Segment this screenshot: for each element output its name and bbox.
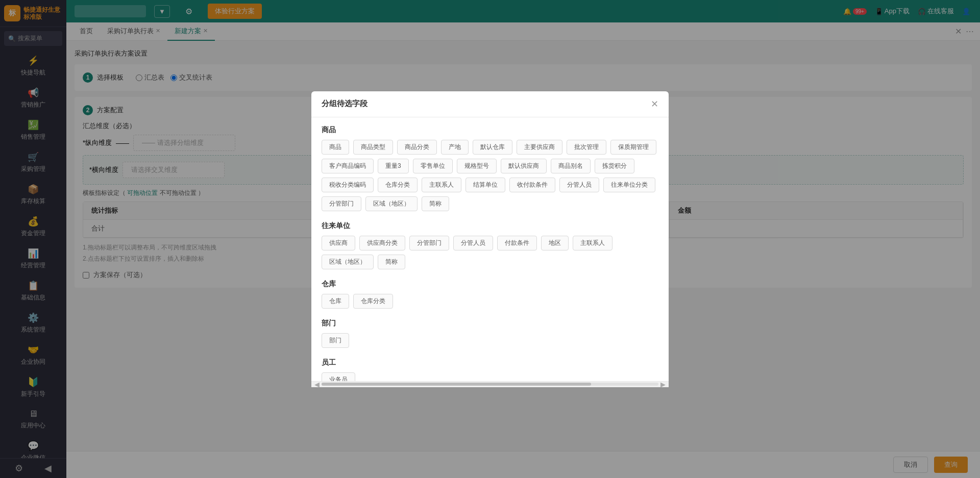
- field-tag[interactable]: 付款条件: [497, 236, 537, 250]
- scroll-right-btn[interactable]: ▶: [658, 381, 668, 388]
- field-tag[interactable]: 分管部门: [409, 236, 449, 250]
- modal-overlay: 分组待选字段 ✕ 商品 商品 商品类型 商品分类 产地 默认仓库 主要供应商 批…: [0, 0, 980, 478]
- field-tag[interactable]: 仓库分类: [378, 178, 418, 192]
- field-group-goods-title: 商品: [322, 125, 658, 135]
- field-tags-employee: 业务员: [322, 372, 658, 381]
- field-tag[interactable]: 默认供应商: [501, 159, 547, 173]
- field-tag[interactable]: 收付款条件: [509, 178, 555, 192]
- field-group-goods: 商品 商品 商品类型 商品分类 产地 默认仓库 主要供应商 批次管理 保质期管理…: [322, 125, 658, 211]
- field-tag[interactable]: 分管部门: [322, 196, 361, 211]
- field-tag[interactable]: 规格型号: [457, 159, 497, 173]
- field-tag[interactable]: 客户商品编码: [322, 159, 374, 173]
- field-tag[interactable]: 简称: [378, 255, 405, 269]
- field-tag[interactable]: 往来单位分类: [603, 178, 655, 192]
- field-tag[interactable]: 部门: [322, 333, 349, 348]
- field-tag[interactable]: 分管人员: [559, 178, 599, 192]
- field-tag[interactable]: 供应商分类: [359, 236, 405, 250]
- modal-body: 商品 商品 商品类型 商品分类 产地 默认仓库 主要供应商 批次管理 保质期管理…: [311, 117, 669, 381]
- field-tag[interactable]: 商品: [322, 140, 349, 155]
- field-tag[interactable]: 批次管理: [567, 140, 606, 155]
- field-group-warehouse-title: 仓库: [322, 280, 658, 289]
- field-group-employee: 员工 业务员: [322, 358, 658, 381]
- field-select-modal: 分组待选字段 ✕ 商品 商品 商品类型 商品分类 产地 默认仓库 主要供应商 批…: [311, 91, 669, 387]
- modal-header: 分组待选字段 ✕: [311, 91, 669, 117]
- scrollbar-thumb: [322, 383, 591, 386]
- field-tags-department: 部门: [322, 333, 658, 348]
- field-group-warehouse: 仓库 仓库 仓库分类: [322, 280, 658, 309]
- field-tag[interactable]: 产地: [441, 140, 469, 155]
- field-tag[interactable]: 零售单位: [413, 159, 453, 173]
- field-tag[interactable]: 区域（地区）: [365, 196, 418, 211]
- field-group-partner-title: 往来单位: [322, 221, 658, 231]
- field-tag[interactable]: 重量3: [378, 159, 409, 173]
- modal-title: 分组待选字段: [322, 99, 368, 109]
- field-tag[interactable]: 区域（地区）: [322, 255, 374, 269]
- modal-scrollbar[interactable]: ◀ ▶: [311, 381, 669, 387]
- field-tag[interactable]: 分管人员: [453, 236, 493, 250]
- scrollbar-track: [322, 383, 658, 386]
- field-tag[interactable]: 默认仓库: [473, 140, 512, 155]
- field-tag[interactable]: 商品类型: [353, 140, 393, 155]
- field-group-department: 部门 部门: [322, 319, 658, 348]
- field-tags-warehouse: 仓库 仓库分类: [322, 294, 658, 309]
- field-group-partner: 往来单位 供应商 供应商分类 分管部门 分管人员 付款条件 地区 主联系人 区域…: [322, 221, 658, 269]
- field-tag[interactable]: 仓库: [322, 294, 349, 309]
- field-tag[interactable]: 简称: [422, 196, 449, 211]
- field-tag[interactable]: 税收分类编码: [322, 178, 374, 192]
- field-tags-goods: 商品 商品类型 商品分类 产地 默认仓库 主要供应商 批次管理 保质期管理 客户…: [322, 140, 658, 211]
- field-tag[interactable]: 商品分类: [397, 140, 437, 155]
- field-tag[interactable]: 地区: [541, 236, 569, 250]
- field-group-department-title: 部门: [322, 319, 658, 328]
- field-tags-partner: 供应商 供应商分类 分管部门 分管人员 付款条件 地区 主联系人 区域（地区） …: [322, 236, 658, 269]
- field-tag[interactable]: 业务员: [322, 372, 355, 381]
- field-tag[interactable]: 结算单位: [465, 178, 505, 192]
- field-tag[interactable]: 拣货积分: [595, 159, 634, 173]
- field-tag[interactable]: 仓库分类: [353, 294, 393, 309]
- field-tag[interactable]: 供应商: [322, 236, 355, 250]
- field-group-employee-title: 员工: [322, 358, 658, 367]
- field-tag[interactable]: 主联系人: [573, 236, 612, 250]
- modal-close-button[interactable]: ✕: [651, 98, 658, 110]
- field-tag[interactable]: 主联系人: [422, 178, 461, 192]
- field-tag[interactable]: 保质期管理: [610, 140, 656, 155]
- scroll-left-btn[interactable]: ◀: [312, 381, 322, 388]
- field-tag[interactable]: 商品别名: [551, 159, 591, 173]
- field-tag[interactable]: 主要供应商: [517, 140, 562, 155]
